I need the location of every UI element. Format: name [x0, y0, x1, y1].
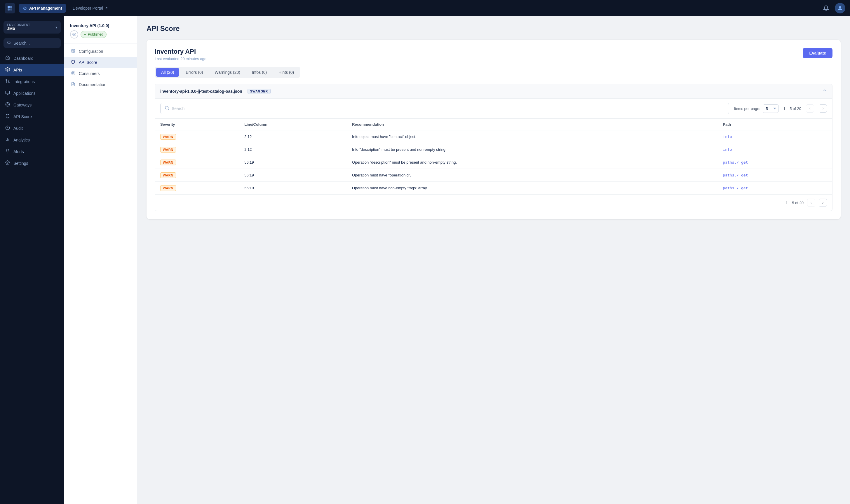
external-link-icon: ↗: [105, 6, 108, 10]
tab-errors[interactable]: Errors (0): [180, 68, 208, 77]
applications-icon: [5, 90, 11, 96]
evaluate-button[interactable]: Evaluate: [803, 48, 832, 58]
tab-warnings[interactable]: Warnings (20): [209, 68, 245, 77]
line-col: 56:19: [239, 169, 347, 182]
search-input[interactable]: [14, 41, 57, 46]
pagination-next-bottom-button[interactable]: [819, 199, 827, 207]
sub-nav-items: Configuration API Score Consumers Docume…: [64, 43, 137, 90]
sidebar-item-label: Dashboard: [14, 56, 34, 61]
svg-point-22: [71, 71, 75, 75]
file-name: inventory-api-1.0.0-jj-test-catalog-oas.…: [160, 89, 242, 94]
notifications-button[interactable]: [821, 3, 831, 14]
results-table: Severity Line/Column Recommendation Path…: [155, 119, 832, 194]
table-row: WARN 56:19 Operation must have "operatio…: [155, 169, 832, 182]
sidebar-item-integrations[interactable]: Integrations: [0, 76, 64, 88]
environment-label: Environment: [7, 23, 30, 26]
tab-all[interactable]: All (20): [156, 68, 179, 77]
environment-selector[interactable]: Environment JMX ▾: [3, 21, 61, 34]
page-title: API Score: [146, 24, 841, 33]
svg-rect-0: [7, 6, 10, 8]
svg-rect-10: [5, 91, 9, 94]
sidebar-item-applications[interactable]: Applications: [0, 88, 64, 99]
brand-icon: ⚙: [23, 5, 27, 11]
api-icon: [5, 67, 11, 73]
svg-rect-3: [10, 8, 12, 11]
sub-nav-item-configuration[interactable]: Configuration: [64, 46, 137, 57]
alerts-icon: [5, 149, 11, 155]
file-type-badge: SWAGGER: [247, 89, 271, 94]
table-search-input[interactable]: [172, 106, 725, 111]
collapse-icon[interactable]: [822, 88, 827, 94]
sidebar-item-apis[interactable]: APIs: [0, 64, 64, 76]
sidebar-item-analytics[interactable]: Analytics: [0, 134, 64, 146]
severity-badge: WARN: [160, 185, 176, 191]
pagination-prev-bottom-button[interactable]: [807, 199, 815, 207]
sidebar-item-label: APIs: [14, 68, 22, 72]
col-path: Path: [717, 119, 832, 130]
sidebar-item-gateways[interactable]: Gateways: [0, 99, 64, 111]
table-row: WARN 56:19 Operation "description" must …: [155, 156, 832, 169]
score-tabs: All (20) Errors (0) Warnings (20) Infos …: [155, 67, 300, 78]
brand-label: API Management: [29, 6, 62, 11]
file-header: inventory-api-1.0.0-jj-test-catalog-oas.…: [155, 84, 832, 98]
sidebar-item-alerts[interactable]: Alerts: [0, 146, 64, 158]
svg-point-8: [6, 79, 7, 80]
col-line-col: Line/Column: [239, 119, 347, 130]
svg-rect-1: [10, 6, 12, 8]
sub-nav-item-documentation[interactable]: Documentation: [64, 79, 137, 90]
sub-nav-api-name: Inventory API (1.0.0): [70, 23, 131, 28]
table-search-container: [160, 103, 729, 114]
sidebar-item-api-score[interactable]: API Score: [0, 111, 64, 123]
last-evaluated: Last evaluated 20 minutes ago: [155, 57, 206, 61]
brand-button[interactable]: ⚙ API Management: [19, 4, 66, 13]
line-col: 2:12: [239, 130, 347, 143]
svg-marker-6: [5, 67, 9, 69]
svg-point-23: [72, 72, 74, 74]
integrations-icon: [5, 79, 11, 85]
sub-nav-item-label: Configuration: [79, 49, 103, 54]
sidebar-item-audit[interactable]: Audit: [0, 123, 64, 134]
pagination-next-button[interactable]: [819, 104, 827, 112]
main-content: API Score Inventory API Last evaluated 2…: [137, 16, 850, 504]
svg-point-4: [839, 6, 841, 8]
items-per-page-select[interactable]: 5 10 20: [763, 104, 779, 113]
pagination-info-top: 1 – 5 of 20: [783, 106, 801, 111]
sidebar-item-label: Applications: [14, 91, 36, 96]
sub-nav-item-label: Consumers: [79, 71, 100, 76]
svg-rect-2: [7, 8, 10, 11]
search-icon: [164, 106, 169, 111]
api-score-icon: [70, 60, 76, 65]
path: info: [717, 130, 832, 143]
gateways-icon: [5, 102, 11, 108]
tab-infos[interactable]: Infos (0): [247, 68, 272, 77]
path: paths./.get: [717, 156, 832, 169]
sub-nav-item-api-score[interactable]: API Score: [64, 57, 137, 68]
severity-badge: WARN: [160, 173, 176, 178]
svg-point-14: [7, 104, 8, 105]
recommendation: Info object must have "contact" object.: [347, 130, 717, 143]
col-severity: Severity: [155, 119, 239, 130]
table-controls: Items per page: 5 10 20 1 – 5 of 20: [155, 98, 832, 119]
developer-portal-link[interactable]: Developer Portal ↗: [70, 4, 111, 12]
table-footer: 1 – 5 of 20: [155, 194, 832, 211]
user-avatar[interactable]: [835, 3, 845, 14]
svg-point-21: [72, 51, 73, 52]
sidebar-item-settings[interactable]: Settings: [0, 158, 64, 169]
pagination-prev-button[interactable]: [806, 104, 814, 112]
analytics-icon: [5, 137, 11, 143]
sub-nav-header: Inventory API (1.0.0) Published: [64, 21, 137, 43]
tab-hints[interactable]: Hints (0): [273, 68, 299, 77]
sidebar-item-label: Gateways: [14, 103, 32, 107]
svg-point-20: [73, 34, 75, 35]
recommendation: Info "description" must be present and n…: [347, 143, 717, 156]
sub-nav-badges: Published: [70, 30, 131, 38]
sub-nav-item-consumers[interactable]: Consumers: [64, 68, 137, 79]
sidebar-item-label: API Score: [14, 114, 32, 119]
svg-point-7: [8, 82, 9, 83]
sidebar-item-label: Settings: [14, 161, 28, 166]
api-name: Inventory API: [155, 48, 206, 55]
sidebar-item-dashboard[interactable]: Dashboard: [0, 53, 64, 64]
col-recommendation: Recommendation: [347, 119, 717, 130]
svg-point-13: [5, 102, 9, 106]
configuration-icon: [70, 49, 76, 54]
